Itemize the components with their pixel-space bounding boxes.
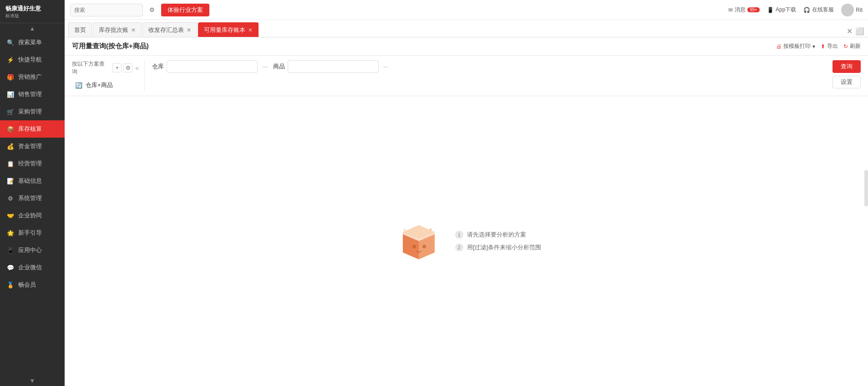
goods-label: 商品 bbox=[273, 62, 285, 71]
query-button[interactable]: 查询 bbox=[832, 60, 861, 73]
sidebar-item-membership[interactable]: 🏅 畅会员 bbox=[0, 276, 65, 293]
sidebar-item-purchase[interactable]: 🛒 采购管理 bbox=[0, 103, 65, 120]
sidebar-icon-enterprise: 🤝 bbox=[6, 211, 15, 220]
sidebar-label-purchase: 采购管理 bbox=[18, 108, 42, 116]
settings-button[interactable]: 设置 bbox=[832, 76, 861, 88]
sidebar-label-marketing: 营销推广 bbox=[18, 73, 42, 81]
sidebar-icon-system: ⚙ bbox=[6, 194, 15, 202]
sidebar-label-sales: 销售管理 bbox=[18, 90, 42, 98]
tab-home[interactable]: 首页 bbox=[68, 22, 92, 37]
hint-text-1: 请先选择要分析的方案 bbox=[467, 231, 526, 239]
sidebar-icon-newbie: 🌟 bbox=[6, 229, 15, 237]
app-download-action[interactable]: 📱 App下载 bbox=[767, 6, 796, 14]
online-service-action[interactable]: 🎧 在线客服 bbox=[803, 6, 834, 14]
sidebar-item-inventory[interactable]: 📦 库存核算 bbox=[0, 120, 65, 138]
tab-close-batch-ledger[interactable]: ✕ bbox=[131, 27, 136, 33]
tab-close-button[interactable]: ✕ bbox=[847, 28, 853, 35]
tab-receipt-summary[interactable]: 收发存汇总表✕ bbox=[142, 22, 197, 37]
print-icon: 🖨 bbox=[776, 43, 782, 50]
sidebar-icon-marketing: 🎁 bbox=[6, 73, 15, 81]
tab-label-batch-ledger: 库存批次账 bbox=[99, 26, 128, 34]
sidebar-item-system[interactable]: ⚙ 系统管理 bbox=[0, 190, 65, 207]
sidebar-label-enterprise: 企业协同 bbox=[18, 211, 42, 220]
tabs-container: 首页库存批次账✕收发存汇总表✕可用量库存账本✕ bbox=[68, 22, 259, 37]
svg-point-5 bbox=[412, 245, 416, 248]
page-title: 可用量查询(按仓库+商品) bbox=[72, 42, 149, 51]
sidebar-item-search[interactable]: 🔍 搜索菜单 bbox=[0, 34, 65, 51]
sidebar-label-search: 搜索菜单 bbox=[18, 38, 42, 46]
sidebar-icon-operations: 📋 bbox=[6, 160, 15, 168]
warehouse-input[interactable] bbox=[167, 60, 258, 73]
warehouse-field-group: 仓库 ··· bbox=[152, 60, 268, 73]
sidebar-item-wechat[interactable]: 💬 企业微信 bbox=[0, 259, 65, 276]
print-button[interactable]: 🖨 按模板打印 ▾ bbox=[776, 42, 815, 50]
topbar-gear-button[interactable]: ⚙ bbox=[146, 4, 158, 16]
brand-tag: 标准版 bbox=[5, 13, 59, 19]
add-scheme-button[interactable]: + bbox=[112, 63, 122, 72]
sidebar-item-newbie[interactable]: 🌟 新手引导 bbox=[0, 224, 65, 242]
sidebar-icon-inventory: 📦 bbox=[6, 125, 15, 133]
tab-maximize-button[interactable]: ⬜ bbox=[855, 28, 864, 35]
sidebar-icon-purchase: 🛒 bbox=[6, 108, 15, 116]
goods-more-icon[interactable]: ··· bbox=[383, 63, 389, 70]
sidebar-item-basic[interactable]: 📝 基础信息 bbox=[0, 172, 65, 190]
search-input[interactable] bbox=[70, 4, 143, 16]
sidebar-item-apps[interactable]: 📱 应用中心 bbox=[0, 242, 65, 259]
tab-label-home: 首页 bbox=[74, 26, 86, 34]
sidebar-item-finance[interactable]: 💰 资金管理 bbox=[0, 138, 65, 155]
tab-batch-ledger[interactable]: 库存批次账✕ bbox=[93, 22, 142, 37]
export-label: 导出 bbox=[827, 42, 838, 50]
page-header: 可用量查询(按仓库+商品) 🖨 按模板打印 ▾ ⬆ 导出 ↻ 刷新 bbox=[65, 37, 868, 56]
warehouse-more-icon[interactable]: ··· bbox=[262, 63, 268, 70]
sidebar-icon-finance: 💰 bbox=[6, 142, 15, 150]
print-label: 按模板打印 bbox=[783, 42, 811, 50]
collapse-button[interactable]: « bbox=[135, 64, 139, 72]
message-action[interactable]: ✉ 消息 99+ bbox=[728, 6, 760, 14]
message-icon: ✉ bbox=[728, 7, 733, 13]
topbar: ⚙ 体验行业方案 ✉ 消息 99+ 📱 App下载 🎧 在线客服 Rit bbox=[65, 0, 868, 20]
chevron-down-icon: ▾ bbox=[812, 43, 815, 50]
refresh-button[interactable]: ↻ 刷新 bbox=[843, 42, 861, 50]
scheme-settings-button[interactable]: ⚙ bbox=[123, 63, 132, 72]
page-header-actions: 🖨 按模板打印 ▾ ⬆ 导出 ↻ 刷新 bbox=[776, 42, 861, 50]
scheme-item-warehouse-goods[interactable]: 🔄 仓库+商品 bbox=[72, 79, 139, 91]
sidebar-scroll-up[interactable]: ▲ bbox=[0, 23, 65, 34]
svg-text:✦: ✦ bbox=[432, 238, 435, 242]
sidebar-item-operations[interactable]: 📋 经营管理 bbox=[0, 155, 65, 172]
sidebar-item-marketing[interactable]: 🎁 营销推广 bbox=[0, 68, 65, 86]
filter-scheme-title: 按以下方案查询 bbox=[72, 60, 110, 76]
tab-close-receipt-summary[interactable]: ✕ bbox=[187, 27, 191, 33]
right-scrollbar[interactable] bbox=[864, 170, 868, 206]
sidebar-label-inventory: 库存核算 bbox=[18, 125, 42, 133]
sidebar-icon-search: 🔍 bbox=[6, 38, 15, 46]
message-badge: 99+ bbox=[747, 7, 760, 12]
sidebar-scroll: 🔍 搜索菜单 ⚡ 快捷导航 🎁 营销推广 📊 销售管理 🛒 采购管理 📦 库存核… bbox=[0, 34, 65, 376]
sidebar-icon-sales: 📊 bbox=[6, 90, 15, 98]
sidebar-item-enterprise[interactable]: 🤝 企业协同 bbox=[0, 207, 65, 224]
hint-item-2: 2 用[过滤]条件来缩小分析范围 bbox=[455, 243, 541, 252]
sidebar-scroll-down[interactable]: ▼ bbox=[0, 376, 65, 386]
sidebar-item-shortcut[interactable]: ⚡ 快捷导航 bbox=[0, 51, 65, 68]
empty-hints: 1 请先选择要分析的方案 2 用[过滤]条件来缩小分析范围 bbox=[455, 231, 541, 252]
svg-point-4 bbox=[422, 245, 426, 248]
tab-close-available-stock[interactable]: ✕ bbox=[248, 27, 253, 33]
hint-num-2: 2 bbox=[455, 243, 463, 252]
refresh-label: 刷新 bbox=[850, 42, 861, 50]
sidebar-icon-apps: 📱 bbox=[6, 246, 15, 254]
hint-text-2: 用[过滤]条件来缩小分析范围 bbox=[467, 243, 541, 252]
industry-btn[interactable]: 体验行业方案 bbox=[161, 4, 209, 16]
sidebar-icon-wechat: 💬 bbox=[6, 263, 15, 272]
headset-icon: 🎧 bbox=[803, 7, 810, 13]
user-account[interactable]: Rit bbox=[841, 4, 863, 16]
tab-available-stock[interactable]: 可用量库存账本✕ bbox=[198, 22, 259, 37]
topbar-search-area: ⚙ 体验行业方案 bbox=[70, 4, 209, 16]
tabbar-right: ✕ ⬜ bbox=[847, 28, 864, 37]
export-button[interactable]: ⬆ 导出 bbox=[821, 42, 838, 50]
scheme-item-label-warehouse-goods: 仓库+商品 bbox=[86, 81, 113, 89]
sidebar-item-sales[interactable]: 📊 销售管理 bbox=[0, 86, 65, 103]
goods-field-group: 商品 ··· bbox=[273, 60, 389, 73]
filter-actions: 查询 设置 bbox=[825, 60, 861, 88]
goods-input[interactable] bbox=[288, 60, 379, 73]
filter-fields: 仓库 ··· 商品 ··· bbox=[145, 60, 825, 73]
sidebar-label-operations: 经营管理 bbox=[18, 160, 42, 168]
